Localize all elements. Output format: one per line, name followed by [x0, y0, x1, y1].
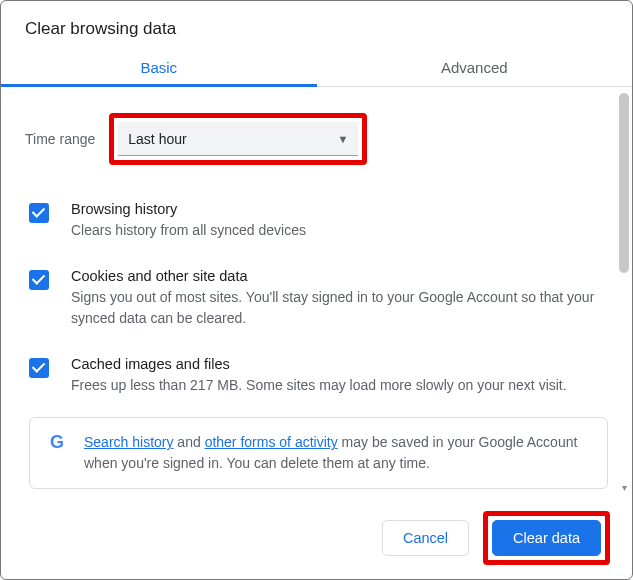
- scroll-down-icon[interactable]: ▾: [618, 482, 630, 494]
- tab-basic[interactable]: Basic: [1, 47, 317, 86]
- option-desc: Frees up less than 217 MB. Some sites ma…: [71, 375, 604, 395]
- dialog-title: Clear browsing data: [1, 1, 632, 47]
- tabs: Basic Advanced: [1, 47, 632, 87]
- google-account-info: G Search history and other forms of acti…: [29, 417, 608, 489]
- cancel-button[interactable]: Cancel: [382, 520, 469, 556]
- clear-data-highlight: Clear data: [483, 511, 610, 565]
- time-range-select[interactable]: Last hour ▼: [118, 122, 358, 156]
- dialog-footer: Cancel Clear data: [1, 500, 632, 579]
- option-desc: Clears history from all synced devices: [71, 220, 604, 240]
- option-title: Cached images and files: [71, 356, 604, 372]
- time-range-label: Time range: [25, 131, 95, 147]
- link-search-history[interactable]: Search history: [84, 434, 173, 450]
- tab-advanced[interactable]: Advanced: [317, 47, 633, 86]
- time-range-row: Time range Last hour ▼: [25, 87, 614, 191]
- clear-browsing-data-dialog: Clear browsing data Basic Advanced ▾ Tim…: [0, 0, 633, 580]
- option-browsing-history: Browsing history Clears history from all…: [25, 191, 614, 258]
- checkbox-cache[interactable]: [29, 358, 49, 378]
- info-text: Search history and other forms of activi…: [84, 432, 591, 474]
- option-desc: Signs you out of most sites. You'll stay…: [71, 287, 604, 328]
- option-title: Browsing history: [71, 201, 604, 217]
- link-other-activity[interactable]: other forms of activity: [205, 434, 338, 450]
- time-range-highlight: Last hour ▼: [109, 113, 367, 165]
- clear-data-button[interactable]: Clear data: [492, 520, 601, 556]
- option-cookies: Cookies and other site data Signs you ou…: [25, 258, 614, 346]
- chevron-down-icon: ▼: [337, 133, 348, 145]
- scrollbar-thumb[interactable]: [619, 93, 629, 273]
- option-title: Cookies and other site data: [71, 268, 604, 284]
- time-range-value: Last hour: [128, 131, 186, 147]
- google-logo-icon: G: [46, 432, 68, 454]
- dialog-body: ▾ Time range Last hour ▼ Browsing histor…: [1, 87, 632, 500]
- checkbox-cookies[interactable]: [29, 270, 49, 290]
- checkbox-browsing-history[interactable]: [29, 203, 49, 223]
- option-cache: Cached images and files Frees up less th…: [25, 346, 614, 413]
